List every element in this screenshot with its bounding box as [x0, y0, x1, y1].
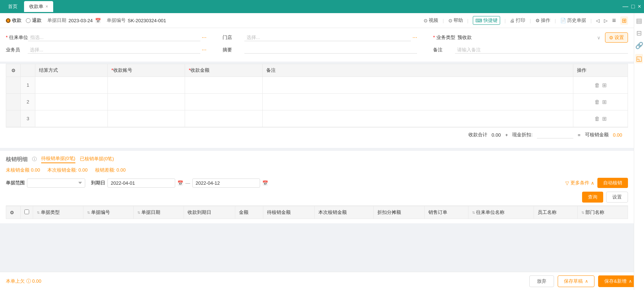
tab-home[interactable]: 首页: [3, 1, 23, 12]
row1-copy-icon[interactable]: ⊞: [602, 82, 607, 89]
row2-action: 🗑 ⊞: [573, 94, 628, 110]
hx-settings-button[interactable]: 设置: [606, 192, 628, 203]
hx-header: 核销明细 ⓘ 待核销单据(0笔) 已核销单据(0笔): [6, 155, 628, 163]
bt-check-col[interactable]: [21, 206, 33, 219]
shortcut-icon: ⌨: [475, 18, 482, 23]
right-panel-icon-1[interactable]: ▤: [636, 17, 642, 25]
counterpart-field: 往来单位 ···: [6, 34, 207, 41]
restore-icon[interactable]: □: [631, 3, 635, 10]
radio-tuikuan[interactable]: 退款: [26, 17, 42, 24]
hx-filter-left: 单据范围 到期日 📅 — 📅: [6, 179, 268, 188]
print-btn[interactable]: 🖨 打印: [510, 17, 525, 24]
history-btn[interactable]: 📄 历史单据: [560, 17, 586, 24]
row1-account[interactable]: [107, 77, 185, 94]
row1-remark[interactable]: [262, 77, 573, 94]
remark-input[interactable]: [455, 46, 628, 54]
counterpart-label: 往来单位: [6, 34, 28, 41]
table-col-remark: 备注: [262, 64, 573, 77]
right-panel-icon-3[interactable]: 🔗: [635, 42, 643, 50]
row1-amount[interactable]: [185, 77, 263, 94]
row3-settle[interactable]: [35, 110, 108, 127]
grid-icon[interactable]: ⊞: [620, 16, 628, 25]
salesperson-input[interactable]: [28, 46, 200, 54]
counterpart-input[interactable]: [28, 34, 200, 41]
row2-settle[interactable]: [35, 94, 108, 110]
row3-remark[interactable]: [262, 110, 573, 127]
cal-from-icon[interactable]: 📅: [177, 180, 183, 186]
row3-account[interactable]: [107, 110, 185, 127]
right-panel-icon-2[interactable]: ⊟: [636, 29, 642, 37]
row3-amount[interactable]: [185, 110, 263, 127]
hx-info-icon[interactable]: ⓘ: [32, 156, 37, 162]
layout-icon[interactable]: ≡: [612, 17, 616, 24]
row2-amount[interactable]: [185, 94, 263, 110]
remark-field: 备注: [427, 46, 628, 54]
bt-check-all[interactable]: [24, 209, 29, 214]
hx-tab-pending[interactable]: 待核销单据(0笔): [41, 155, 75, 163]
biz-type-chevron-icon[interactable]: ∨: [597, 35, 601, 40]
tab-bar-right: — □ ×: [623, 3, 641, 10]
date-dash: —: [185, 180, 190, 186]
settings-button[interactable]: ⚙ 设置: [605, 32, 628, 43]
salesperson-more-btn[interactable]: ···: [202, 47, 207, 53]
main-table: ⚙ 结算方式 *收款账号 *收款金额 备注: [6, 64, 628, 127]
toolbar-left: 收款 退款 单据日期 2023-03-24 📅 单据编号 SK-20230324…: [6, 17, 166, 24]
right-panel-icon-4[interactable]: ◱: [635, 54, 643, 63]
hx-filter-row: 单据范围 到期日 📅 — 📅 ▽ 更多条件: [6, 178, 628, 188]
query-button[interactable]: 查询: [582, 192, 603, 203]
table-col-settle: 结算方式: [35, 64, 108, 77]
hx-title: 核销明细: [6, 156, 28, 163]
shortcut-btn[interactable]: ⌨ 快捷键: [473, 16, 500, 25]
bt-col-docnum: ⇅ 单据编号: [83, 206, 134, 219]
row1-settle[interactable]: [35, 77, 108, 94]
auto-verify-button[interactable]: 自动核销: [597, 178, 628, 188]
store-more-btn[interactable]: ···: [412, 34, 417, 41]
more-conditions-btn[interactable]: ▽ 更多条件 ∧: [565, 180, 594, 186]
biz-type-label: 业务类型: [433, 34, 455, 41]
row2-delete-icon[interactable]: 🗑: [594, 99, 600, 105]
abstract-input[interactable]: [244, 46, 417, 54]
stat-current: 本次核销金额: 0.00: [47, 167, 88, 173]
salesperson-field: 业务员 ···: [6, 46, 207, 54]
cal-to-icon[interactable]: 📅: [262, 180, 268, 186]
settings-icon: ⚙: [609, 35, 613, 40]
due-date-to[interactable]: [192, 179, 260, 188]
window-close-icon[interactable]: ×: [638, 3, 641, 10]
hx-tab-done[interactable]: 已核销单据(0笔): [80, 156, 114, 163]
abandon-button[interactable]: 放弃: [529, 275, 554, 287]
save-draft-button[interactable]: 保存草稿 ∧: [558, 275, 594, 287]
discount-input[interactable]: [537, 131, 573, 138]
video-btn[interactable]: ⊙ 视频: [424, 17, 438, 24]
footer-info-icon[interactable]: ⓘ: [26, 278, 31, 284]
operation-btn[interactable]: ⚙ 操作: [535, 17, 550, 24]
table-row: 1 🗑 ⊞: [6, 77, 628, 94]
right-nav-icon[interactable]: ▷: [604, 18, 608, 23]
radio-shoukuan[interactable]: 收款: [6, 17, 21, 24]
bt-col-sales-order: 销售订单: [425, 206, 468, 219]
row1-delete-icon[interactable]: 🗑: [594, 82, 600, 88]
row3-copy-icon[interactable]: ⊞: [602, 115, 607, 122]
left-nav-icon[interactable]: ◁: [596, 18, 600, 23]
total-value: 0.00: [492, 132, 501, 138]
store-field: 门店 ···: [217, 34, 417, 41]
main-table-container: ⚙ 结算方式 *收款账号 *收款金额 备注: [0, 64, 634, 148]
range-select[interactable]: [27, 179, 85, 188]
row2-account[interactable]: [107, 94, 185, 110]
minimize-icon[interactable]: —: [623, 3, 628, 10]
help-btn[interactable]: ⊙ 帮助: [448, 17, 463, 24]
row3-delete-icon[interactable]: 🗑: [594, 115, 600, 122]
due-date-from[interactable]: [107, 179, 175, 188]
row-num-3: 3: [21, 110, 35, 127]
store-input[interactable]: [244, 34, 411, 41]
hx-filter-right: ▽ 更多条件 ∧ 自动核销: [565, 178, 628, 188]
tab-close-icon[interactable]: ×: [46, 4, 48, 9]
table-gear-col[interactable]: ⚙: [6, 64, 21, 77]
counterpart-more-btn[interactable]: ···: [202, 34, 207, 41]
save-new-button[interactable]: 保存&新增 ∧: [598, 275, 638, 287]
row2-copy-icon[interactable]: ⊞: [602, 99, 607, 105]
calendar-icon[interactable]: 📅: [95, 18, 101, 23]
row2-remark[interactable]: [262, 94, 573, 110]
bt-gear-col[interactable]: ⚙: [6, 206, 21, 219]
tab-active[interactable]: 收款单 ×: [24, 1, 53, 12]
section-divider: [0, 148, 634, 151]
